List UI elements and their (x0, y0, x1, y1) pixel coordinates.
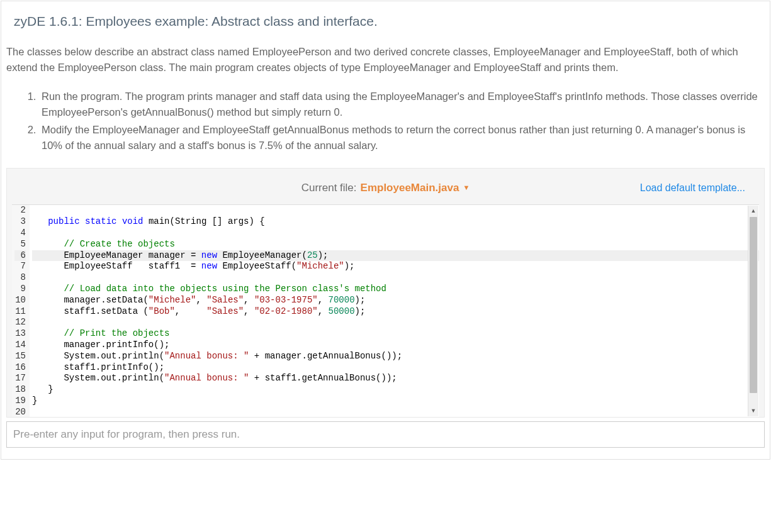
scroll-up-icon[interactable]: ▲ (748, 206, 758, 216)
vertical-scrollbar[interactable]: ▲ ▼ (748, 206, 758, 416)
code-editor-block: Current file: EmployeeMain.java ▼ Load d… (6, 168, 765, 418)
code-content[interactable]: public static void main(String [] args) … (30, 205, 759, 417)
program-input-container (6, 421, 765, 448)
code-editor[interactable]: 234567891011121314151617181920 public st… (12, 204, 759, 417)
zyde-panel: zyDE 1.6.1: Employees example: Abstract … (1, 1, 770, 460)
program-input[interactable] (7, 422, 764, 447)
chevron-down-icon[interactable]: ▼ (463, 182, 470, 193)
scroll-down-icon[interactable]: ▼ (748, 406, 758, 416)
current-file-label: Current file: (301, 180, 357, 196)
load-default-link[interactable]: Load default template... (640, 180, 745, 196)
editor-header: Current file: EmployeeMain.java ▼ Load d… (7, 169, 764, 205)
step-item: Modify the EmployeeManager and EmployeeS… (39, 122, 765, 154)
scroll-thumb[interactable] (750, 217, 757, 393)
step-item: Run the program. The program prints mana… (39, 89, 765, 121)
description-text: The classes below describe an abstract c… (1, 39, 770, 89)
panel-title: zyDE 1.6.1: Employees example: Abstract … (1, 1, 770, 39)
line-gutter: 234567891011121314151617181920 (12, 205, 30, 417)
instruction-steps: Run the program. The program prints mana… (1, 89, 770, 168)
current-file-name[interactable]: EmployeeMain.java (361, 180, 459, 196)
